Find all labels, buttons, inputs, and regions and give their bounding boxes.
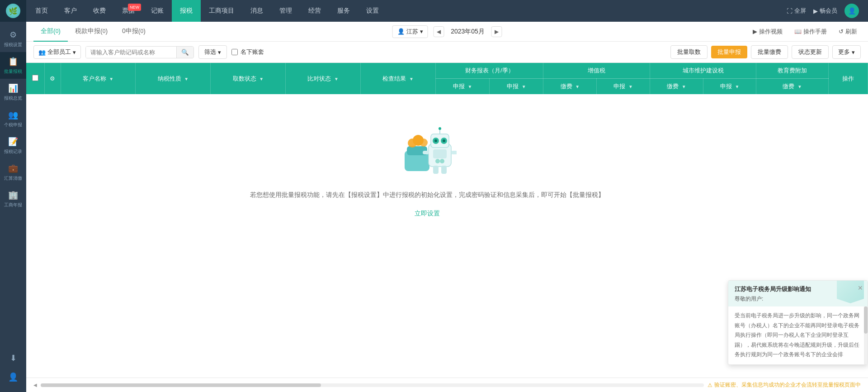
tabs-row: 全部(0) 税款申报(0) 0申报(0) 👤 江苏 ▾ ◀ 2023年05月 ▶ <box>26 22 868 42</box>
status-update-button[interactable]: 状态更新 <box>792 45 829 59</box>
sidebar-item-user[interactable]: 👤 <box>6 368 20 387</box>
chevron-down-icon: ▾ <box>852 49 855 56</box>
tax-settings-icon: ⚙ <box>8 30 18 40</box>
user-avatar[interactable]: 👤 <box>844 4 859 18</box>
sidebar-item-annual-settlement[interactable]: 💼 汇算清缴 <box>0 159 26 186</box>
svg-point-11 <box>443 139 445 142</box>
more-button[interactable]: 更多 ▾ <box>832 45 861 59</box>
nav-customer[interactable]: 客户 <box>56 0 85 22</box>
setup-link[interactable]: 立即设置 <box>415 210 440 218</box>
tab-zero-declare[interactable]: 0申报(0) <box>115 22 153 42</box>
next-month-btn[interactable]: ▶ <box>491 26 502 37</box>
svg-rect-16 <box>433 166 439 174</box>
nav-accounting[interactable]: 记账 <box>143 0 172 22</box>
search-button[interactable]: 🔍 <box>176 47 193 58</box>
sort-icon[interactable]: ▼ <box>259 76 264 81</box>
sidebar-item-tax-settings[interactable]: ⚙ 报税设置 <box>0 25 26 52</box>
nav-service[interactable]: 服务 <box>329 0 358 22</box>
th-settings[interactable]: ⚙ <box>44 63 61 94</box>
sidebar-item-annual-report[interactable]: 🏢 工商年报 <box>0 186 26 212</box>
employee-icon: 👥 <box>38 49 46 56</box>
nav-management[interactable]: 管理 <box>271 0 300 22</box>
th-edu-declare: 申报 ▼ <box>703 79 756 95</box>
th-education-fee: 教育费附加 <box>756 63 828 79</box>
nav-operation[interactable]: 经营 <box>300 0 329 22</box>
tax-overview-icon: 📊 <box>8 83 18 93</box>
batch-fetch-button[interactable]: 批量取数 <box>670 45 708 59</box>
notification-scrollbar[interactable] <box>864 306 868 364</box>
region-select[interactable]: 👤 江苏 ▾ <box>392 25 428 38</box>
new-badge: NEW <box>128 4 141 11</box>
nav-invoice[interactable]: 票据 NEW <box>114 0 143 22</box>
select-all-checkbox[interactable] <box>32 75 38 81</box>
employee-select[interactable]: 👥 全部员工 ▾ <box>33 45 81 59</box>
th-financial-report: 财务报表（月/季） <box>436 63 543 79</box>
user-icon: 👤 <box>8 372 18 382</box>
video-icon: ▶ <box>753 28 757 35</box>
chevron-down-icon: ▾ <box>73 49 76 56</box>
svg-rect-14 <box>423 151 429 154</box>
empty-state-cell: 若您想使用批量报税功能，请先在【报税设置】中进行报税的初始化设置，完成密码验证和… <box>26 94 828 245</box>
member-btn[interactable]: ▶ 畅会员 <box>813 7 837 15</box>
top-navigation: 🌿 首页 客户 收费 票据 NEW 记账 报税 工商项目 消息 管理 经营 服务… <box>0 0 868 22</box>
th-vat-declare: 申报 ▼ <box>490 79 543 95</box>
nav-business[interactable]: 工商项目 <box>201 0 242 22</box>
tab-all[interactable]: 全部(0) <box>33 22 68 42</box>
bottom-bar: ◀ ⚠ 验证账密、采集信息均成功的企业才会流转至批量报税页面中 <box>26 378 868 392</box>
sort-icon[interactable]: ▼ <box>184 76 189 81</box>
tabs-right-actions: ▶ 操作视频 📖 操作手册 ↺ 刷新 <box>749 26 861 38</box>
sidebar-item-personal-tax[interactable]: 👥 个税申报 <box>0 105 26 132</box>
th-city-pay: 缴费 ▼ <box>650 79 703 95</box>
fullscreen-btn[interactable]: ⛶ 全屏 <box>787 7 806 15</box>
sidebar-item-tax-records[interactable]: 📝 报税记录 <box>0 132 26 159</box>
svg-point-13 <box>439 127 441 130</box>
horizontal-scrollbar[interactable] <box>41 383 704 387</box>
th-vat: 增值税 <box>543 63 650 79</box>
nav-message[interactable]: 消息 <box>242 0 271 22</box>
sidebar-item-download[interactable]: ⬇ <box>6 349 20 368</box>
refresh-icon: ↺ <box>839 28 844 35</box>
myaccounts-checkbox-wrap[interactable]: 名下账套 <box>231 48 264 56</box>
left-scroll-arrow[interactable]: ◀ <box>33 382 37 387</box>
sidebar: ⚙ 报税设置 📋 批量报税 📊 报税总览 👥 个税申报 📝 报税记录 💼 汇算清… <box>0 22 26 392</box>
personal-tax-icon: 👥 <box>8 110 18 120</box>
th-city-tax: 城市维护建设税 <box>650 63 756 79</box>
prev-month-btn[interactable]: ◀ <box>434 26 444 37</box>
search-input[interactable] <box>86 47 176 58</box>
myaccounts-checkbox[interactable] <box>231 49 238 55</box>
nav-home[interactable]: 首页 <box>27 0 56 22</box>
batch-tax-icon: 📋 <box>8 57 18 67</box>
nav-fee[interactable]: 收费 <box>85 0 114 22</box>
svg-point-10 <box>434 139 437 142</box>
filter-button[interactable]: 筛选 ▾ <box>198 45 227 59</box>
refresh-btn[interactable]: ↺ 刷新 <box>835 26 861 38</box>
tax-records-icon: 📝 <box>8 137 18 147</box>
th-vat-pay: 缴费 ▼ <box>543 79 597 95</box>
data-table: ⚙ 客户名称 ▼ 纳税性质 ▼ 取数状态 ▼ 比对状态 ▼ 检查结果 ▼ 财务报… <box>26 63 868 245</box>
operation-manual-btn[interactable]: 📖 操作手册 <box>791 26 830 38</box>
sort-icon[interactable]: ▼ <box>109 76 113 81</box>
sidebar-item-tax-overview[interactable]: 📊 报税总览 <box>0 79 26 105</box>
sort-icon[interactable]: ▼ <box>409 76 414 81</box>
sort-icon[interactable]: ▼ <box>334 76 339 81</box>
th-checkbox[interactable] <box>26 63 44 94</box>
th-fin-declare: 申报 ▼ <box>436 79 490 95</box>
sidebar-item-batch-tax[interactable]: 📋 批量报税 <box>0 52 26 79</box>
th-operation: 操作 <box>828 63 868 94</box>
batch-pay-button[interactable]: 批量缴费 <box>751 45 788 59</box>
app-logo[interactable]: 🌿 <box>0 0 26 22</box>
notification-scrollbar-thumb <box>864 306 868 334</box>
operation-video-btn[interactable]: ▶ 操作视频 <box>749 26 786 38</box>
svg-rect-15 <box>451 151 457 154</box>
nav-tax[interactable]: 报税 <box>172 0 201 22</box>
th-city-declare: 申报 ▼ <box>597 79 650 95</box>
notification-close-button[interactable]: ✕ <box>858 284 863 292</box>
bottom-tip: ⚠ 验证账密、采集信息均成功的企业才会流转至批量报税页面中 <box>708 381 861 389</box>
batch-declare-button[interactable]: 批量申报 <box>711 46 747 58</box>
svg-rect-18 <box>433 149 447 158</box>
tab-tax-declare[interactable]: 税款申报(0) <box>68 22 115 42</box>
search-wrap: 🔍 <box>85 46 194 58</box>
nav-settings[interactable]: 设置 <box>358 0 387 22</box>
annual-settlement-icon: 💼 <box>8 163 18 173</box>
robot-illustration <box>398 121 457 180</box>
